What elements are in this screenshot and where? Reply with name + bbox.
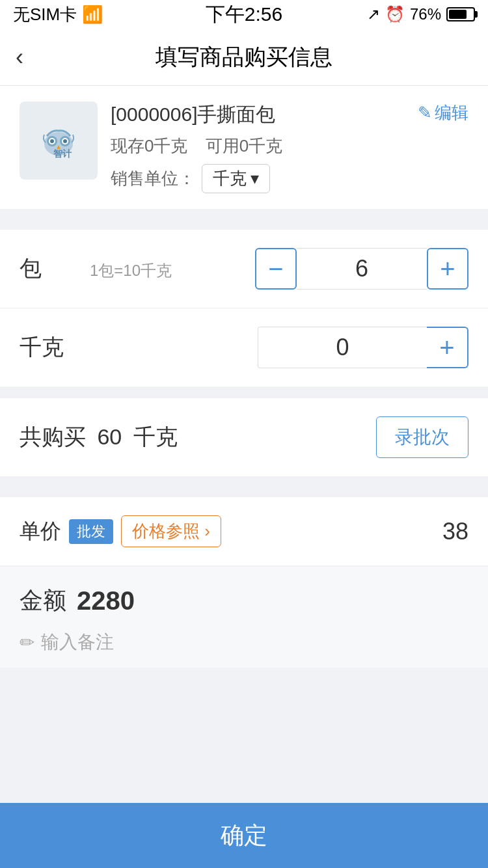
svg-point-6 [63, 139, 67, 143]
status-right: ↗ ⏰ 76% [367, 5, 475, 23]
product-info: [0000006]手撕面包 ✎ 编辑 现存0千克 可用0千克 销售单位： 千克 … [111, 102, 468, 193]
unit-select[interactable]: 千克 ▾ [202, 164, 270, 193]
page-title: 填写商品购买信息 [156, 42, 332, 72]
amount-label: 金额 [20, 585, 66, 617]
minus-icon: − [268, 254, 283, 284]
note-placeholder: 输入备注 [41, 630, 114, 655]
status-time: 下午2:56 [206, 1, 282, 28]
price-label: 单价 [20, 517, 61, 546]
unit-label: 销售单位： [111, 167, 195, 190]
quantity-section: 包 1包=10千克 − + 千克 + [0, 230, 488, 387]
total-unit: 千克 [133, 424, 178, 449]
battery-fill [449, 10, 467, 19]
kg-label: 千克 [20, 332, 85, 362]
product-stock: 现存0千克 可用0千克 [111, 135, 468, 157]
edit-icon: ✎ [418, 103, 432, 123]
total-amount: 60 [97, 424, 122, 449]
back-button[interactable]: ‹ [16, 44, 23, 71]
kg-plus-icon: + [439, 333, 454, 362]
price-label-group: 单价 批发 价格参照 › [20, 515, 221, 547]
total-prefix: 共购买 [20, 424, 86, 449]
total-section: 共购买 60 千克 录批次 [0, 398, 488, 476]
alarm-icon: ⏰ [385, 5, 405, 23]
confirm-button[interactable]: 确定 [0, 803, 488, 868]
batch-btn-label: 录批次 [395, 427, 450, 447]
status-carrier: 无SIM卡 📶 [13, 3, 103, 26]
unit-chevron-icon: ▾ [251, 169, 259, 189]
kg-qty-controls: + [258, 327, 468, 368]
nav-bar: ‹ 填写商品购买信息 [0, 29, 488, 86]
edit-button[interactable]: ✎ 编辑 [418, 102, 468, 124]
note-icon: ✏ [20, 632, 34, 653]
unit-value: 千克 [213, 167, 247, 190]
svg-text:智计: 智计 [53, 148, 72, 159]
amount-value: 2280 [77, 586, 135, 616]
price-tag: 批发 [69, 519, 113, 544]
batch-button[interactable]: 录批次 [376, 416, 468, 458]
confirm-btn-label: 确定 [221, 820, 267, 852]
battery-percent: 76% [410, 5, 441, 23]
kg-plus-button[interactable]: + [427, 327, 468, 368]
product-logo: 智计 [39, 123, 78, 159]
status-bar: 无SIM卡 📶 下午2:56 ↗ ⏰ 76% [0, 0, 488, 29]
stock-label: 现存0千克 [111, 136, 187, 156]
svg-point-5 [50, 139, 54, 143]
back-icon: ‹ [16, 44, 23, 70]
price-ref-label: 价格参照 › [132, 520, 210, 543]
wifi-icon: 📶 [82, 5, 103, 25]
price-row: 单价 批发 价格参照 › 38 [20, 515, 468, 547]
bag-quantity-row: 包 1包=10千克 − + [0, 230, 488, 308]
bag-label: 包 [20, 254, 85, 284]
product-image: 智计 [20, 102, 98, 180]
plus-icon: + [440, 254, 455, 284]
bag-qty-input[interactable] [297, 248, 427, 290]
available-label: 可用0千克 [206, 136, 282, 156]
separator-1 [0, 219, 488, 230]
kg-qty-input[interactable] [258, 327, 427, 368]
bag-qty-controls: − + [255, 248, 468, 290]
separator-3 [0, 487, 488, 497]
amount-row: 金额 2280 [20, 585, 468, 617]
product-unit-row: 销售单位： 千克 ▾ [111, 164, 468, 193]
total-text: 共购买 60 千克 [20, 422, 178, 452]
location-icon: ↗ [367, 5, 380, 23]
edit-label: 编辑 [435, 102, 468, 124]
price-value: 38 [442, 518, 468, 545]
price-ref-button[interactable]: 价格参照 › [121, 515, 221, 547]
bag-plus-button[interactable]: + [427, 248, 468, 290]
separator-2 [0, 388, 488, 398]
bag-sub-label: 1包=10千克 [90, 260, 172, 281]
carrier-text: 无SIM卡 [13, 3, 77, 26]
note-row[interactable]: ✏ 输入备注 [20, 630, 468, 655]
battery-bar [446, 7, 475, 21]
kg-quantity-row: 千克 + [0, 308, 488, 387]
price-section: 单价 批发 价格参照 › 38 [0, 497, 488, 565]
bag-minus-button[interactable]: − [255, 248, 297, 290]
amount-section: 金额 2280 ✏ 输入备注 [0, 567, 488, 668]
product-name: [0000006]手撕面包 [111, 102, 275, 128]
product-card: 智计 [0000006]手撕面包 ✎ 编辑 现存0千克 可用0千克 销售单位： … [0, 86, 488, 209]
